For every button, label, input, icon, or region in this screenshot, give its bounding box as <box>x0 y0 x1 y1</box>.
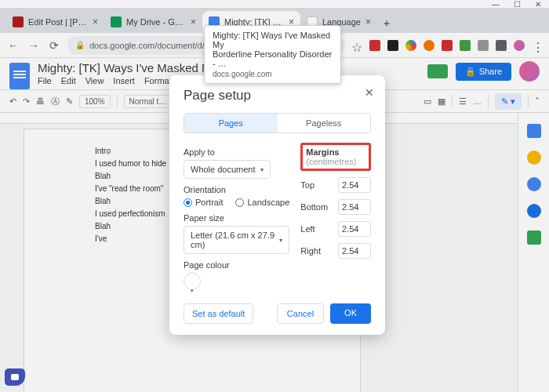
margins-label: Margins (centimetres) <box>306 147 365 166</box>
margin-right-label: Right <box>300 246 321 256</box>
radio-dot-icon <box>235 198 244 207</box>
radio-landscape[interactable]: Landscape <box>235 198 289 207</box>
tab-pageless[interactable]: Pageless <box>278 114 371 132</box>
margins-header-highlight: Margins (centimetres) <box>300 143 371 171</box>
margin-left-input[interactable] <box>338 221 371 237</box>
cancel-button[interactable]: Cancel <box>277 303 324 324</box>
apply-to-select[interactable]: Whole document <box>184 160 271 179</box>
tab-pages[interactable]: Pages <box>184 114 278 132</box>
dialog-title: Page setup <box>184 88 371 103</box>
paper-size-select[interactable]: Letter (21.6 cm x 27.9 cm) <box>184 226 289 254</box>
tab-tooltip: Mighty: [TK] Ways I've Masked My Borderl… <box>204 25 341 84</box>
close-icon[interactable]: ✕ <box>365 86 374 99</box>
radio-dot-icon <box>184 198 192 207</box>
paper-size-label: Paper size <box>184 213 289 223</box>
page-colour-picker[interactable] <box>184 273 201 290</box>
margin-right-input[interactable] <box>338 243 371 259</box>
margin-left-label: Left <box>300 224 314 234</box>
dialog-tabs: Pages Pageless <box>184 113 371 133</box>
orientation-label: Orientation <box>184 185 289 194</box>
page-setup-dialog: Page setup ✕ Pages Pageless Apply to Who… <box>169 75 385 335</box>
margin-bottom-label: Bottom <box>300 202 328 212</box>
margin-bottom-input[interactable] <box>338 199 371 215</box>
tooltip-domain: docs.google.com <box>213 70 333 78</box>
tooltip-title: Borderline Personality Disorder - … <box>213 49 333 68</box>
ok-button[interactable]: OK <box>330 303 371 324</box>
page-colour-label: Page colour <box>184 260 289 270</box>
margin-top-label: Top <box>300 180 314 190</box>
meet-floating-icon[interactable] <box>5 368 25 386</box>
radio-portrait[interactable]: Portrait <box>184 198 223 207</box>
apply-to-label: Apply to <box>184 147 289 157</box>
margin-top-input[interactable] <box>338 177 371 193</box>
set-as-default-button[interactable]: Set as default <box>184 303 253 324</box>
tooltip-title: Mighty: [TK] Ways I've Masked My <box>213 31 333 49</box>
